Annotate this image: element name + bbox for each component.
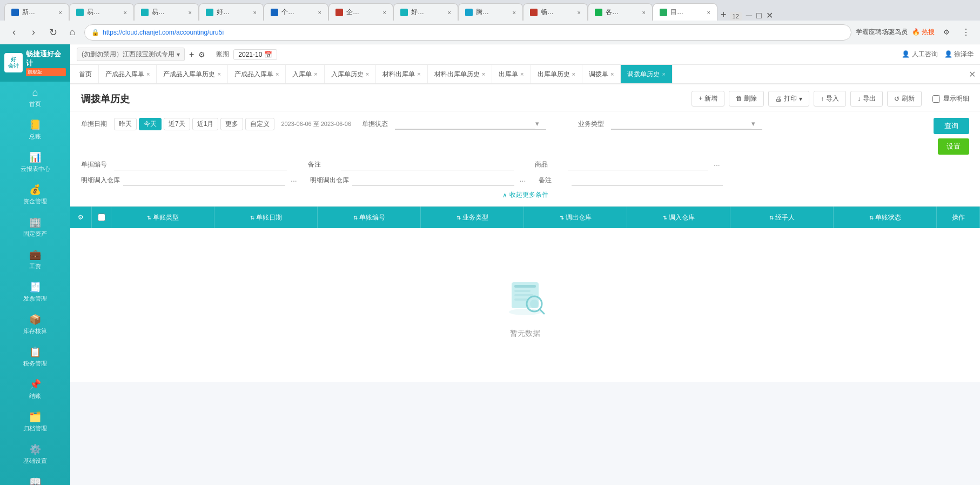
window-maximize[interactable]: □ bbox=[756, 11, 762, 21]
customer-service[interactable]: 👤 人工咨询 bbox=[902, 50, 937, 59]
th-in[interactable]: ⇅ 调入仓库 bbox=[627, 207, 730, 228]
tab-close-out-history[interactable]: × bbox=[572, 71, 575, 77]
sidebar-item-assets[interactable]: 🏢 固定资产 bbox=[0, 211, 70, 243]
detail-out-input[interactable] bbox=[352, 175, 514, 186]
period-value[interactable]: 2021-10 📅 bbox=[233, 49, 277, 60]
th-handler[interactable]: ⇅ 经手人 bbox=[730, 207, 834, 228]
sidebar-item-report[interactable]: 📊 云报表中心 bbox=[0, 146, 70, 178]
remark-input[interactable] bbox=[341, 159, 514, 170]
add-company-button[interactable]: + bbox=[189, 50, 194, 59]
sidebar-item-ledger[interactable]: 📒 总账 bbox=[0, 114, 70, 146]
tab-material-out-history[interactable]: 材料出库单历史 × bbox=[428, 65, 492, 84]
address-bar[interactable]: 🔒 https://cloud.chanjet.com/accounting/u… bbox=[84, 24, 851, 41]
tab-close-6[interactable]: × bbox=[383, 9, 386, 16]
sidebar-item-tax[interactable]: 📋 税务管理 bbox=[0, 341, 70, 373]
goods-more-btn[interactable]: ··· bbox=[711, 161, 722, 169]
delete-button[interactable]: 🗑 删除 bbox=[729, 91, 764, 107]
sidebar-item-guide[interactable]: 📖 新手引导 bbox=[0, 470, 70, 485]
tab-close-product-in2[interactable]: × bbox=[276, 71, 279, 77]
date-custom-btn[interactable]: 自定义 bbox=[245, 118, 274, 130]
tab-close-in-history[interactable]: × bbox=[366, 71, 369, 77]
tab-close-material-out[interactable]: × bbox=[417, 71, 420, 77]
tab-close-10[interactable]: × bbox=[642, 9, 646, 16]
extensions-button[interactable]: ⚙ bbox=[939, 25, 954, 40]
browser-tab-3[interactable]: 易… × bbox=[134, 3, 199, 21]
print-dropdown-icon[interactable]: ▾ bbox=[799, 95, 802, 103]
tab-product-in-history[interactable]: 产成品入库单历史 × bbox=[157, 65, 227, 84]
tab-close-transfer[interactable]: × bbox=[610, 71, 614, 77]
browser-tab-6[interactable]: 企… × bbox=[328, 3, 393, 21]
menu-button[interactable]: ⋮ bbox=[958, 25, 974, 40]
docno-input[interactable] bbox=[114, 159, 287, 170]
tab-material-out[interactable]: 材料出库单 × bbox=[376, 65, 427, 84]
tab-home[interactable]: 首页 bbox=[72, 65, 99, 84]
home-button[interactable]: ⌂ bbox=[65, 25, 80, 40]
tab-product-in2[interactable]: 产成品入库单 × bbox=[228, 65, 286, 84]
tab-close-11[interactable]: × bbox=[707, 9, 710, 16]
tab-bar-close-all[interactable]: ✕ bbox=[969, 69, 976, 79]
browser-tab-10[interactable]: 各… × bbox=[588, 3, 653, 21]
browser-tab-5[interactable]: 个… × bbox=[264, 3, 328, 21]
date-yesterday-btn[interactable]: 昨天 bbox=[114, 118, 137, 130]
new-button[interactable]: + 新增 bbox=[692, 91, 724, 107]
date-1month-btn[interactable]: 近1月 bbox=[192, 118, 219, 130]
biztype-input[interactable] bbox=[611, 118, 751, 129]
tab-close-7[interactable]: × bbox=[448, 9, 451, 16]
date-7days-btn[interactable]: 近7天 bbox=[164, 118, 190, 130]
settings-button[interactable]: 设置 bbox=[938, 138, 969, 155]
tab-close-product-in[interactable]: × bbox=[146, 71, 150, 77]
status-input[interactable] bbox=[395, 118, 535, 129]
th-biztype[interactable]: ⇅ 业务类型 bbox=[421, 207, 524, 228]
sidebar-item-wage[interactable]: 💼 工资 bbox=[0, 243, 70, 276]
collapse-button[interactable]: ∧ 收起更多条件 bbox=[502, 190, 548, 200]
sidebar-item-closing[interactable]: 📌 结账 bbox=[0, 373, 70, 406]
tab-close-2[interactable]: × bbox=[124, 9, 127, 16]
sidebar-item-inventory[interactable]: 📦 库存核算 bbox=[0, 308, 70, 341]
export-button[interactable]: ↓ 导出 bbox=[850, 91, 883, 107]
biztype-dropdown-icon[interactable]: ▾ bbox=[751, 119, 755, 128]
tab-close-transfer-history[interactable]: × bbox=[662, 71, 665, 77]
print-button[interactable]: 🖨 🖨 打印 打印 ▾ bbox=[768, 91, 809, 107]
detail-remark-input[interactable] bbox=[572, 175, 723, 186]
tab-out-history[interactable]: 出库单历史 × bbox=[531, 65, 582, 84]
tab-close-out-order[interactable]: × bbox=[520, 71, 523, 77]
browser-tab-2[interactable]: 易… × bbox=[69, 3, 134, 21]
th-check[interactable] bbox=[92, 207, 111, 228]
th-gear[interactable]: ⚙ bbox=[70, 207, 92, 228]
browser-tab-11[interactable]: 目… × bbox=[653, 3, 717, 21]
sidebar-item-invoice[interactable]: 🧾 发票管理 bbox=[0, 276, 70, 308]
detail-out-more-btn[interactable]: ··· bbox=[518, 176, 528, 185]
reload-button[interactable]: ↻ bbox=[45, 25, 61, 40]
goods-input[interactable] bbox=[568, 159, 708, 170]
tab-close-product-in-history[interactable]: × bbox=[217, 71, 220, 77]
tab-close-4[interactable]: × bbox=[253, 9, 257, 16]
sidebar-item-archive[interactable]: 🗂️ 归档管理 bbox=[0, 406, 70, 438]
tab-product-in[interactable]: 产成品入库单 × bbox=[99, 65, 157, 84]
query-button[interactable]: 查询 bbox=[934, 118, 969, 134]
tab-close-8[interactable]: × bbox=[513, 9, 516, 16]
date-more-btn[interactable]: 更多 bbox=[220, 118, 243, 130]
sidebar-item-basic[interactable]: ⚙️ 基础设置 bbox=[0, 438, 70, 470]
window-minimize[interactable]: ─ bbox=[746, 11, 752, 21]
browser-tab-8[interactable]: 腾… × bbox=[458, 3, 523, 21]
browser-tab-9[interactable]: 畅… × bbox=[523, 3, 588, 21]
browser-tab-1[interactable]: 新… × bbox=[4, 3, 69, 21]
th-date[interactable]: ⇅ 单账日期 bbox=[214, 207, 318, 228]
sidebar-item-funds[interactable]: 💰 资金管理 bbox=[0, 178, 70, 211]
th-out[interactable]: ⇅ 调出仓库 bbox=[524, 207, 627, 228]
settings-gear-button[interactable]: ⚙ bbox=[198, 50, 205, 59]
tab-out-order[interactable]: 出库单 × bbox=[492, 65, 531, 84]
tab-close-5[interactable]: × bbox=[318, 9, 321, 16]
forward-button[interactable]: › bbox=[26, 25, 41, 40]
tab-close-1[interactable]: × bbox=[59, 9, 62, 16]
window-close[interactable]: ✕ bbox=[766, 10, 773, 21]
browser-tab-4[interactable]: 好… × bbox=[199, 3, 264, 21]
tab-in-history[interactable]: 入库单历史 × bbox=[325, 65, 376, 84]
th-status[interactable]: ⇅ 单账状态 bbox=[834, 207, 937, 228]
th-no[interactable]: ⇅ 单账编号 bbox=[318, 207, 421, 228]
browser-tab-7[interactable]: 好… × bbox=[393, 3, 458, 21]
new-tab-button[interactable]: + bbox=[717, 9, 730, 21]
company-selector[interactable]: (勿删勿禁用）江西服宝测试专用 ▾ bbox=[77, 48, 185, 61]
tab-close-in-order[interactable]: × bbox=[314, 71, 317, 77]
detail-in-input[interactable] bbox=[123, 175, 285, 186]
